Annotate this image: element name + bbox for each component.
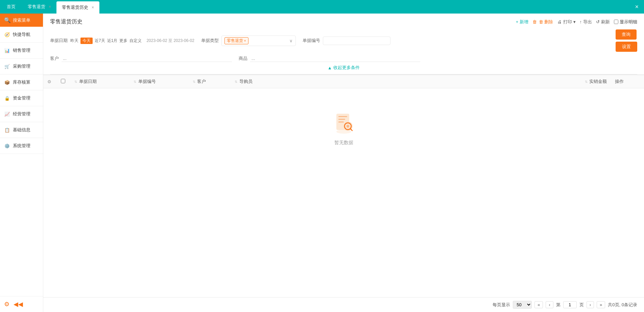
- th-guide: ⇅ 导购员: [231, 75, 281, 88]
- print-icon: 🖨: [557, 19, 562, 24]
- type-select[interactable]: 零售退货 × ∨: [221, 36, 296, 46]
- table-header-row: ⚙ ⇅ 单据日期 ⇅ 单据编号: [43, 75, 644, 88]
- amount-sort-icon[interactable]: ⇅: [585, 80, 588, 84]
- date-opt-7days[interactable]: 近7天: [95, 38, 105, 44]
- filter-product-item: 商品: [239, 55, 421, 62]
- th-customer: ⇅ 客户: [189, 75, 231, 88]
- sidebar-item-purchase[interactable]: 🛒 采购管理: [0, 59, 43, 74]
- empty-icon: [330, 109, 357, 136]
- table-gear-icon[interactable]: ⚙: [47, 79, 51, 84]
- sidebar-search-label: 搜索菜单: [13, 17, 30, 23]
- type-tag-close[interactable]: ×: [244, 39, 246, 43]
- filter-customer-item: 客户: [50, 55, 232, 62]
- th-checkbox: [57, 75, 70, 88]
- show-detail-input[interactable]: [614, 20, 618, 24]
- refresh-button[interactable]: ↺ 刷新: [596, 19, 610, 25]
- svg-rect-4: [338, 121, 344, 122]
- sidebar-item-inventory[interactable]: 📦 库存核算: [0, 74, 43, 90]
- th-action-label: 操作: [615, 79, 624, 84]
- sales-icon: 📊: [4, 47, 10, 53]
- filter-row-2: 客户 商品: [50, 55, 637, 62]
- product-input[interactable]: [250, 55, 421, 62]
- sidebar-item-quick-nav[interactable]: 🧭 快捷导航: [0, 27, 43, 43]
- sidebar-item-inventory-label: 库存核算: [13, 79, 30, 85]
- system-icon: ⚙️: [4, 143, 10, 149]
- sidebar-item-sales[interactable]: 📊 销售管理: [0, 43, 43, 59]
- prev-page-button[interactable]: ‹: [546, 301, 553, 308]
- query-button[interactable]: 查询: [616, 29, 637, 40]
- th-amount-label: 实销金额: [589, 79, 607, 84]
- sidebar-item-finance[interactable]: 🔒 资金管理: [0, 90, 43, 106]
- tab-retail-return-history[interactable]: 零售退货历史 ×: [56, 1, 99, 14]
- sidebar-search[interactable]: 🔍 搜索菜单: [0, 14, 43, 27]
- empty-state: 暂无数据: [43, 88, 644, 166]
- page-title-row: 零售退货历史 + 新增 🗑 🗑 删除 🖨 打印 ▾ ↑ 导出: [50, 18, 637, 25]
- tab-retail-return-history-label: 零售退货历史: [62, 4, 88, 10]
- tab-retail-return-history-close[interactable]: ×: [92, 5, 94, 10]
- date-opt-yesterday[interactable]: 昨天: [70, 38, 78, 44]
- date-opt-more[interactable]: 更多: [119, 38, 127, 44]
- data-table: ⚙ ⇅ 单据日期 ⇅ 单据编号: [43, 75, 644, 88]
- sidebar-item-operations[interactable]: 📈 经营管理: [0, 106, 43, 122]
- per-page-select[interactable]: 50 10 20 100: [513, 301, 532, 309]
- export-button[interactable]: ↑ 导出: [580, 19, 592, 25]
- sidebar-item-system-label: 系统管理: [13, 143, 30, 149]
- date-opt-1month[interactable]: 近1月: [107, 38, 118, 44]
- main-layout: 🔍 搜索菜单 🧭 快捷导航 📊 销售管理 🛒 采购管理 📦 库存核算 🔒 资金管…: [0, 14, 644, 312]
- operations-icon: 📈: [4, 111, 10, 117]
- th-action: 操作: [611, 75, 644, 88]
- collapse-label: 收起更多条件: [333, 65, 360, 71]
- tab-retail-return-close[interactable]: ×: [49, 4, 51, 9]
- print-button[interactable]: 🖨 打印 ▾: [557, 19, 576, 25]
- customer-input[interactable]: [62, 55, 232, 62]
- svg-point-8: [347, 125, 349, 128]
- setting-button[interactable]: 设置: [616, 42, 637, 52]
- page-unit: 页: [579, 302, 584, 308]
- type-label: 单据类型: [201, 38, 219, 44]
- guide-sort-icon[interactable]: ⇅: [235, 80, 237, 84]
- window-close-button[interactable]: ×: [629, 3, 644, 10]
- finance-icon: 🔒: [4, 95, 10, 101]
- sidebar-item-sales-label: 销售管理: [13, 47, 30, 53]
- add-button[interactable]: + 新增: [516, 19, 528, 25]
- quick-nav-icon: 🧭: [4, 31, 10, 38]
- page-number-input[interactable]: [563, 301, 577, 308]
- th-date: ⇅ 单据日期: [70, 75, 129, 88]
- th-customer-label: 客户: [197, 79, 206, 84]
- th-date-label: 单据日期: [79, 79, 97, 84]
- select-all-checkbox[interactable]: [61, 79, 65, 83]
- date-opt-today[interactable]: 今天: [80, 38, 93, 44]
- date-opt-custom[interactable]: 自定义: [129, 38, 142, 44]
- next-page-button[interactable]: ›: [587, 301, 594, 308]
- sidebar-item-basic-info-label: 基础信息: [13, 127, 30, 133]
- show-detail-label: 显示明细: [620, 19, 637, 25]
- filter-date-item: 单据日期 昨天 今天 近7天 近1月 更多 自定义 2023-06-02 至 2…: [50, 38, 194, 44]
- collapse-button[interactable]: ▲ 收起更多条件: [328, 65, 360, 71]
- sidebar-item-basic-info[interactable]: 📋 基础信息: [0, 122, 43, 138]
- number-sort-icon[interactable]: ⇅: [134, 80, 136, 84]
- search-icon: 🔍: [4, 17, 11, 23]
- date-sort-icon[interactable]: ⇅: [74, 80, 77, 84]
- sidebar: 🔍 搜索菜单 🧭 快捷导航 📊 销售管理 🛒 采购管理 📦 库存核算 🔒 资金管…: [0, 14, 43, 312]
- bottom-audio-icon[interactable]: ◀◀: [14, 300, 23, 308]
- tab-retail-return[interactable]: 零售退货 ×: [22, 0, 56, 14]
- number-input[interactable]: [323, 37, 390, 45]
- filter-row-1: 单据日期 昨天 今天 近7天 近1月 更多 自定义 2023-06-02 至 2…: [50, 29, 637, 52]
- th-settings: ⚙: [43, 75, 57, 88]
- first-page-button[interactable]: «: [534, 301, 543, 308]
- tab-home[interactable]: 首页: [0, 0, 22, 14]
- th-guide-label: 导购员: [239, 79, 253, 84]
- delete-button[interactable]: 🗑 🗑 删除: [532, 19, 553, 25]
- sidebar-item-system[interactable]: ⚙️ 系统管理: [0, 138, 43, 154]
- date-options: 昨天 今天 近7天 近1月 更多 自定义 2023-06-02 至 2023-0…: [70, 38, 194, 44]
- toolbar: + 新增 🗑 🗑 删除 🖨 打印 ▾ ↑ 导出: [516, 19, 637, 25]
- action-buttons: 查询 设置: [616, 29, 637, 52]
- basic-info-icon: 📋: [4, 127, 10, 133]
- pagination-bar: 每页显示 50 10 20 100 « ‹ 第 页 › » 共0页, 0条记录: [43, 297, 644, 312]
- show-detail-checkbox[interactable]: 显示明细: [614, 19, 637, 25]
- last-page-button[interactable]: »: [597, 301, 605, 308]
- bottom-gear-icon[interactable]: ⚙: [4, 300, 9, 308]
- export-label: 导出: [583, 19, 592, 25]
- refresh-icon: ↺: [596, 19, 600, 24]
- customer-sort-icon[interactable]: ⇅: [193, 80, 195, 84]
